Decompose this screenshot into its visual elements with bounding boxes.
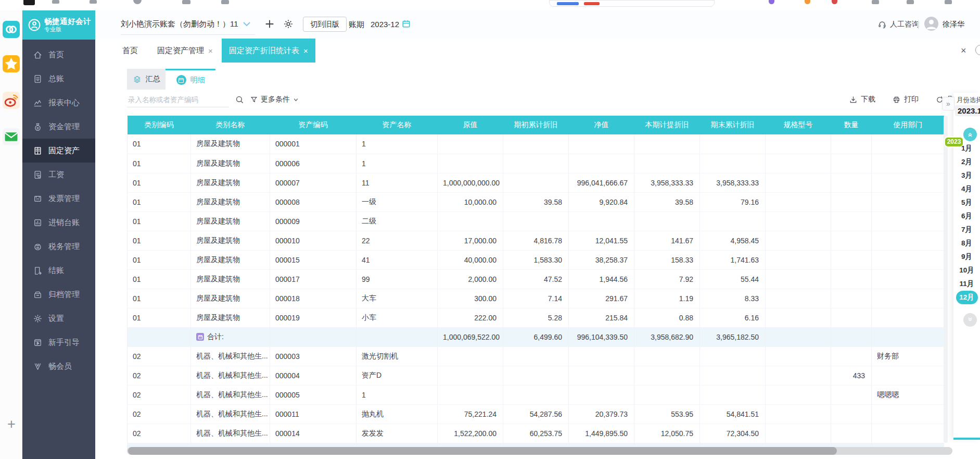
month-item-7[interactable]: 7月	[953, 223, 980, 237]
dock-weibo-icon[interactable]	[3, 92, 20, 109]
column-header[interactable]: 资产编码	[270, 116, 357, 134]
browser-extension-icon[interactable]	[832, 0, 837, 4]
subtotal-row[interactable]: 合计:1,000,069,522.006,499.60996,104,339.5…	[128, 327, 945, 346]
tab-0[interactable]: 首页	[115, 39, 145, 63]
search-icon[interactable]	[235, 95, 245, 105]
month-item-6[interactable]: 6月	[953, 209, 980, 223]
scroll-down-icon[interactable]	[963, 313, 977, 327]
column-header[interactable]: 数量	[831, 116, 872, 134]
table-row[interactable]: 01房屋及建筑物000009二级	[128, 212, 945, 231]
month-item-11[interactable]: 11月	[953, 277, 980, 291]
horizontal-scrollbar[interactable]	[127, 447, 952, 455]
vertical-scrollbar[interactable]	[944, 116, 948, 443]
month-item-2[interactable]: 2月	[953, 155, 980, 169]
sidebar-item-guide[interactable]: 新手引导	[22, 330, 95, 354]
more-filters-button[interactable]: 更多条件	[250, 95, 299, 104]
browser-menu-icon[interactable]	[945, 0, 952, 4]
column-header[interactable]: 类别编码	[128, 116, 191, 134]
browser-download-icon[interactable]	[907, 0, 914, 4]
column-header[interactable]: 资产名称	[357, 116, 438, 134]
tab-1[interactable]: 固定资产管理 ×	[150, 39, 220, 63]
column-header[interactable]: 原值	[438, 116, 503, 134]
dock-chanjet-app-icon[interactable]	[3, 21, 20, 38]
sidebar-item-archive[interactable]: 归档管理	[22, 282, 95, 306]
tab-overflow-icon[interactable]	[975, 45, 980, 55]
month-item-10[interactable]: 10月	[953, 264, 980, 277]
table-row[interactable]: 01房屋及建筑物000007111,000,000,000.00996,041,…	[128, 173, 945, 192]
column-header[interactable]: 规格型号	[766, 116, 831, 134]
subtab-0[interactable]: 汇总	[127, 69, 166, 90]
sidebar-item-funds[interactable]: 资金管理	[22, 115, 95, 139]
period-value[interactable]: 2023-12	[371, 20, 399, 29]
sidebar-item-fixed-assets[interactable]: 固定资产	[22, 139, 95, 163]
tab-close-icon[interactable]: ×	[303, 46, 308, 55]
username[interactable]: 徐泽华	[943, 20, 964, 29]
sidebar-item-member[interactable]: 畅会员	[22, 354, 95, 378]
download-button[interactable]: 下载	[849, 95, 875, 104]
month-item-8[interactable]: 8月	[953, 237, 980, 250]
add-account-icon[interactable]	[264, 18, 275, 30]
sidebar-item-invoice[interactable]: 发票管理	[22, 187, 95, 210]
month-item-12[interactable]: 12月	[956, 291, 978, 304]
column-header[interactable]: 使用部门	[872, 116, 945, 134]
browser-address-bar[interactable]	[549, 0, 715, 7]
browser-back-icon[interactable]	[52, 0, 59, 4]
browser-extension-icon[interactable]	[805, 0, 810, 4]
sidebar-item-home[interactable]: 首页	[22, 43, 95, 67]
sidebar-item-payroll[interactable]: 工资	[22, 163, 95, 187]
browser-pinned-fragment[interactable]	[23, 0, 35, 5]
column-header[interactable]: 净值	[569, 116, 634, 134]
chevron-down-icon[interactable]	[241, 18, 252, 30]
table-row[interactable]: 02机器、机械和其他生...000003激光切割机财务部	[128, 346, 945, 366]
dock-favorites-star-icon[interactable]	[3, 55, 20, 72]
month-item-9[interactable]: 9月	[953, 250, 980, 264]
table-row[interactable]: 01房屋及建筑物000017992,000.0047.521,944.567.9…	[128, 269, 945, 289]
month-item-5[interactable]: 5月	[953, 196, 980, 209]
table-row[interactable]: 01房屋及建筑物0000011	[128, 134, 945, 154]
account-selector[interactable]: 刘小艳演示账套（勿删勿动！）11	[121, 19, 238, 29]
browser-apps-grid-icon[interactable]	[872, 0, 879, 4]
scroll-up-icon[interactable]	[963, 128, 977, 141]
human-consult-button[interactable]: 人工咨询	[877, 20, 919, 29]
browser-forward-icon[interactable]	[90, 0, 97, 4]
browser-bookmark-icon[interactable]	[221, 0, 229, 4]
table-row[interactable]: 02机器、机械和其他生...0000051嗯嗯嗯	[128, 385, 945, 404]
dock-add-button[interactable]: +	[4, 417, 19, 432]
column-header[interactable]: 期初累计折旧	[503, 116, 569, 134]
sidebar-item-ledger[interactable]: 总账	[22, 67, 95, 91]
month-item-4[interactable]: 4月	[953, 182, 980, 196]
table-row[interactable]: 02机器、机械和其他生...000014发发发1,522,200.0060,25…	[128, 424, 945, 443]
sidebar-item-closing[interactable]: 结账	[22, 258, 95, 282]
table-row[interactable]: 01房屋及建筑物0000061	[128, 154, 945, 173]
close-all-icon[interactable]: ×	[961, 45, 966, 56]
browser-home-icon[interactable]	[182, 0, 190, 4]
table-row[interactable]: 01房屋及建筑物0000154140,000.001,583.3038,258.…	[128, 250, 945, 269]
browser-extension-icon[interactable]	[769, 0, 774, 4]
sidebar-item-settings[interactable]: 设置	[22, 306, 95, 330]
sidebar-item-report[interactable]: 报表中心	[22, 91, 95, 115]
horizontal-scrollbar-thumb[interactable]	[128, 447, 837, 455]
column-header[interactable]: 期末累计折旧	[700, 116, 766, 134]
column-header[interactable]: 类别名称	[191, 116, 270, 134]
table-row[interactable]: 01房屋及建筑物000008一级10,000.0039.589,920.8439…	[128, 192, 945, 212]
tab-2[interactable]: 固定资产折旧统计表 ×	[222, 39, 315, 63]
sidebar-item-tax[interactable]: 税务管理	[22, 234, 95, 258]
table-row[interactable]: 01房屋及建筑物0000102217,000.004,816.7812,041.…	[128, 231, 945, 250]
settings-gear-icon[interactable]	[283, 18, 294, 30]
browser-refresh-icon[interactable]	[133, 0, 142, 4]
print-button[interactable]: 打印	[892, 95, 919, 104]
month-item-1[interactable]: 1月	[953, 142, 980, 155]
table-row[interactable]: 02机器、机械和其他生...000011抛丸机75,221.2454,287.5…	[128, 404, 945, 424]
calendar-icon[interactable]	[401, 19, 411, 29]
dock-mail-icon[interactable]	[3, 128, 20, 145]
month-panel-collapse-button[interactable]: »	[942, 97, 954, 110]
table-row[interactable]: 01房屋及建筑物000018大车300.007.14291.671.198.33	[128, 289, 945, 308]
month-item-3[interactable]: 3月	[953, 169, 980, 182]
tab-close-icon[interactable]: ×	[208, 46, 213, 55]
switch-old-version-button[interactable]: 切到旧版	[303, 17, 347, 32]
column-header[interactable]: 本期计提折旧	[634, 116, 700, 134]
search-input[interactable]	[127, 93, 229, 107]
subtab-1[interactable]: 明细	[166, 69, 215, 90]
sidebar-item-trade-ledger[interactable]: 进销台账	[22, 210, 95, 234]
avatar[interactable]	[924, 17, 938, 31]
